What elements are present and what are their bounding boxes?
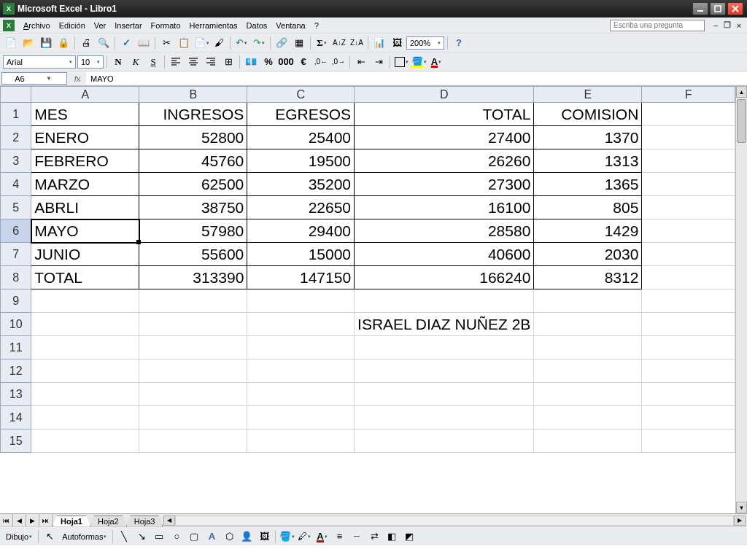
doc-close-button[interactable]: ×	[734, 20, 744, 31]
fill-color-button[interactable]: 🪣▾	[411, 54, 427, 70]
cell-E1[interactable]: COMISION	[534, 103, 642, 126]
cell-D13[interactable]	[355, 383, 534, 406]
cell-C6[interactable]: 29400	[247, 219, 355, 243]
cell-F8[interactable]	[642, 266, 735, 289]
hscroll-right[interactable]: ▶	[734, 516, 746, 526]
col-header-E[interactable]: E	[534, 87, 642, 103]
cell-C12[interactable]	[247, 359, 355, 383]
cell-A14[interactable]	[31, 406, 139, 429]
cell-D11[interactable]	[355, 336, 534, 359]
textbox-tool[interactable]: ▢	[186, 529, 202, 545]
cell-C7[interactable]: 15000	[247, 243, 355, 266]
scroll-up-button[interactable]: ▲	[736, 86, 747, 98]
vertical-scrollbar[interactable]: ▲ ▼	[735, 86, 747, 513]
cell-D10[interactable]: ISRAEL DIAZ NUÑEZ 2B	[355, 313, 534, 336]
col-header-A[interactable]: A	[31, 87, 139, 103]
increase-decimal-button[interactable]: ,0←	[313, 54, 329, 70]
italic-button[interactable]: K	[128, 54, 144, 70]
cell-D14[interactable]	[355, 406, 534, 429]
cell-F10[interactable]	[642, 313, 735, 336]
row-header-5[interactable]: 5	[1, 196, 31, 219]
col-header-D[interactable]: D	[355, 87, 534, 103]
row-header-14[interactable]: 14	[1, 406, 31, 429]
bold-button[interactable]: N	[110, 54, 126, 70]
cell-F1[interactable]	[642, 103, 735, 126]
cell-F5[interactable]	[642, 196, 735, 219]
arrow-style-draw[interactable]: ⇄	[366, 529, 382, 545]
cell-D6[interactable]: 28580	[355, 219, 534, 243]
row-header-1[interactable]: 1	[1, 103, 31, 126]
ask-question-input[interactable]	[610, 20, 705, 31]
cell-A13[interactable]	[31, 383, 139, 406]
menu-insert[interactable]: Insertar	[110, 20, 146, 31]
cell-D1[interactable]: TOTAL	[355, 103, 534, 126]
tab-nav-prev[interactable]: ◀	[13, 514, 26, 526]
arrow-tool[interactable]: ↘	[133, 529, 150, 545]
shadow-style-draw[interactable]: ◧	[384, 529, 400, 545]
oval-tool[interactable]: ○	[169, 529, 185, 545]
maximize-button[interactable]	[710, 2, 726, 15]
menu-format[interactable]: Formato	[147, 20, 185, 31]
cell-E7[interactable]: 2030	[534, 243, 642, 266]
cell-E10[interactable]	[534, 313, 642, 336]
cell-C2[interactable]: 25400	[247, 126, 355, 149]
cell-B9[interactable]	[139, 289, 247, 313]
cell-B8[interactable]: 313390	[139, 266, 247, 289]
row-header-8[interactable]: 8	[1, 266, 31, 289]
zoom-select[interactable]: 200%▾	[406, 36, 444, 50]
cell-C11[interactable]	[247, 336, 355, 359]
cell-A1[interactable]: MES	[31, 103, 139, 126]
format-painter-button[interactable]: 🖌	[211, 35, 227, 51]
cut-button[interactable]: ✂	[158, 35, 174, 51]
fill-color-draw[interactable]: 🪣▾	[279, 529, 295, 545]
cell-B3[interactable]: 45760	[139, 149, 247, 173]
copy-button[interactable]: 📋	[176, 35, 192, 51]
cell-E6[interactable]: 1429	[534, 219, 642, 243]
new-button[interactable]: 📄	[3, 35, 19, 51]
cell-A15[interactable]	[31, 429, 139, 453]
sort-desc-button[interactable]: Z↓A	[349, 35, 365, 51]
cell-F11[interactable]	[642, 336, 735, 359]
cell-D3[interactable]: 26260	[355, 149, 534, 173]
cell-E11[interactable]	[534, 336, 642, 359]
col-header-C[interactable]: C	[247, 87, 355, 103]
cell-A3[interactable]: FEBRERO	[31, 149, 139, 173]
decrease-decimal-button[interactable]: ,0→	[330, 54, 347, 70]
tab-nav-first[interactable]: ⏮	[0, 514, 13, 526]
row-header-6[interactable]: 6	[1, 219, 31, 243]
menu-data[interactable]: Datos	[242, 20, 272, 31]
line-style-draw[interactable]: ≡	[331, 529, 347, 545]
insert-picture-tool[interactable]: 🖼	[256, 529, 272, 545]
autoshapes-menu[interactable]: Autoformas▾	[59, 532, 109, 541]
hscroll-track[interactable]	[175, 516, 734, 526]
row-header-9[interactable]: 9	[1, 289, 31, 313]
open-button[interactable]: 📂	[20, 35, 36, 51]
clipart-tool[interactable]: 👤	[239, 529, 255, 545]
cell-E13[interactable]	[534, 383, 642, 406]
font-size-select[interactable]: 10▾	[77, 55, 104, 69]
row-header-7[interactable]: 7	[1, 243, 31, 266]
save-button[interactable]: 💾	[38, 35, 54, 51]
row-header-3[interactable]: 3	[1, 149, 31, 173]
line-color-draw[interactable]: 🖊▾	[296, 529, 312, 545]
cell-F14[interactable]	[642, 406, 735, 429]
cell-B7[interactable]: 55600	[139, 243, 247, 266]
paste-button[interactable]: 📄▾	[193, 35, 209, 51]
currency-button[interactable]: 💶	[243, 54, 259, 70]
row-header-12[interactable]: 12	[1, 359, 31, 383]
cell-F13[interactable]	[642, 383, 735, 406]
cell-D2[interactable]: 27400	[355, 126, 534, 149]
menu-window[interactable]: Ventana	[271, 20, 309, 31]
cell-A4[interactable]: MARZO	[31, 173, 139, 196]
cell-F9[interactable]	[642, 289, 735, 313]
percent-button[interactable]: %	[260, 54, 276, 70]
draw-menu[interactable]: Dibujo▾	[3, 532, 35, 541]
cell-E9[interactable]	[534, 289, 642, 313]
cell-A12[interactable]	[31, 359, 139, 383]
align-center-button[interactable]	[185, 54, 201, 70]
select-all-corner[interactable]	[1, 87, 31, 103]
tab-nav-last[interactable]: ⏭	[39, 514, 53, 526]
formula-input[interactable]	[86, 72, 747, 85]
cell-D8[interactable]: 166240	[355, 266, 534, 289]
borders-button[interactable]: ▾	[393, 54, 409, 70]
